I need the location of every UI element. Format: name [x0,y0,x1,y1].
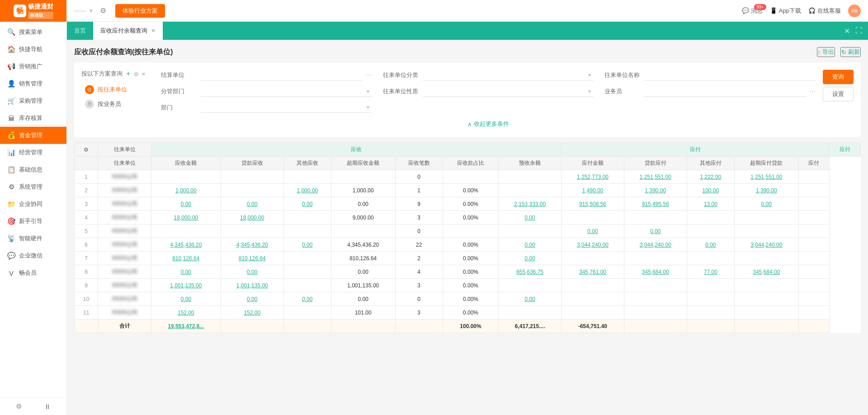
table-cell[interactable]: 4,345,436.20 [151,238,221,252]
select-dept-manager[interactable]: ▾ [201,86,372,97]
sidebar-item-sales[interactable]: 👤 销售管理 [0,75,66,92]
sidebar-item-cooperation[interactable]: 📁 企业协同 [0,196,66,213]
scheme-by-partner[interactable]: 往 按往来单位 [81,83,154,96]
filter-add-icon[interactable]: + [126,70,130,78]
table-cell[interactable]: 3,044,240.00 [734,238,798,252]
table-cell[interactable] [687,252,734,265]
table-cell[interactable] [734,252,798,265]
table-cell[interactable] [221,224,283,238]
settings-bottom-icon[interactable]: ⚙ [16,402,22,410]
table-cell[interactable] [624,279,687,292]
table-cell[interactable]: 13.00 [687,197,734,211]
table-cell[interactable]: 0.00 [561,224,624,238]
table-cell[interactable]: 1,490.00 [561,184,624,197]
table-cell[interactable]: 0.00 [283,197,331,211]
table-cell[interactable]: 0.00 [499,292,561,306]
tab-arap[interactable]: 应收应付余额查询 ✕ [93,22,163,40]
table-cell[interactable] [687,306,734,320]
table-cell[interactable]: 1,001,135.00 [221,279,283,292]
table-cell[interactable] [734,224,798,238]
table-cell[interactable] [734,211,798,224]
salesperson-ellipsis-icon[interactable]: ··· [810,87,816,95]
table-cell[interactable] [283,252,331,265]
sidebar-item-member[interactable]: V 畅会员 [0,264,66,281]
table-cell[interactable]: 3,044,240.00 [561,238,624,252]
table-cell[interactable] [734,279,798,292]
table-cell[interactable]: 18,000.00 [151,211,221,224]
table-cell[interactable] [624,306,687,320]
table-cell[interactable] [499,306,561,320]
table-cell[interactable]: 915,495.56 [624,197,687,211]
table-cell[interactable]: 2,153,333.00 [499,197,561,211]
sidebar-item-purchase[interactable]: 🛒 采购管理 [0,92,66,110]
table-cell[interactable] [734,306,798,320]
table-cell[interactable] [561,252,624,265]
table-cell[interactable]: 0.00 [221,265,283,279]
table-cell[interactable] [283,211,331,224]
table-cell[interactable] [561,292,624,306]
filter-collapse-icon[interactable]: « [142,71,145,77]
sidebar-item-inventory[interactable]: 🏛 库存核算 [0,110,66,127]
table-cell[interactable]: 1,001,135.00 [151,279,221,292]
scheme-by-salesperson[interactable]: 员 按业务员 [81,98,154,110]
app-download-button[interactable]: 📱 App下载 [770,7,801,15]
select-department[interactable]: ▾ [201,102,372,113]
table-cell[interactable]: 345,684.00 [734,265,798,279]
table-cell[interactable]: 1,390.00 [624,184,687,197]
table-cell[interactable] [151,170,221,184]
table-cell[interactable]: 1,000.00 [151,184,221,197]
settlement-unit-ellipsis-icon[interactable]: ··· [366,71,372,79]
table-cell[interactable]: 0.00 [499,211,561,224]
table-cell[interactable]: 810,126.64 [221,252,283,265]
table-cell[interactable] [283,170,331,184]
table-cell[interactable] [687,224,734,238]
select-unit-nature[interactable]: ▾ [423,86,594,97]
table-cell[interactable]: 0.00 [283,238,331,252]
table-cell[interactable]: 1,390.00 [734,184,798,197]
table-cell[interactable] [151,224,221,238]
user-menu[interactable]: Rit [848,5,861,17]
sidebar-item-wechat[interactable]: 💬 企业微信 [0,247,66,264]
table-cell[interactable]: 77.00 [687,265,734,279]
sidebar-item-quicknav[interactable]: 🏠 快捷导航 [0,41,66,58]
table-cell[interactable]: 100.00 [687,184,734,197]
table-cell[interactable]: 0.00 [221,292,283,306]
input-salesperson[interactable] [644,86,806,97]
table-cell[interactable] [221,170,283,184]
table-cell[interactable]: 655,636.75 [499,265,561,279]
table-cell[interactable] [561,211,624,224]
export-button[interactable]: ↑ 导出 [817,47,835,57]
table-cell[interactable]: 1,251,551.00 [734,170,798,184]
table-cell[interactable]: 0.00 [151,197,221,211]
select-unit-category[interactable]: ▾ [423,70,594,81]
table-cell[interactable] [499,224,561,238]
table-cell[interactable] [283,279,331,292]
table-cell[interactable] [624,211,687,224]
message-button[interactable]: 💬 消息 99+ [742,7,763,15]
table-cell[interactable]: 0.00 [499,252,561,265]
table-cell[interactable]: 0.00 [687,238,734,252]
table-cell[interactable] [499,279,561,292]
table-cell[interactable]: 152.00 [221,306,283,320]
table-cell[interactable] [687,292,734,306]
table-cell[interactable] [561,306,624,320]
query-button[interactable]: 查询 [823,70,854,84]
th-settings[interactable]: ⚙ [75,143,98,157]
collapse-icon[interactable]: ⏸ [44,403,51,410]
table-cell[interactable] [283,306,331,320]
table-cell[interactable]: 3,044,240.00 [624,238,687,252]
table-cell[interactable]: 152.00 [151,306,221,320]
sidebar-item-search[interactable]: 🔍 搜索菜单 [0,24,66,41]
table-cell[interactable] [499,170,561,184]
table-cell[interactable]: 345,684.00 [624,265,687,279]
table-cell[interactable]: 1,252,773.00 [561,170,624,184]
sidebar-item-marketing[interactable]: 📢 营销推广 [0,58,66,75]
table-cell[interactable] [221,184,283,197]
table-cell[interactable] [283,265,331,279]
table-cell[interactable]: 4,345,436.20 [221,238,283,252]
sidebar-item-hardware[interactable]: 📡 智能硬件 [0,230,66,247]
table-cell[interactable]: 915,508.56 [561,197,624,211]
settings-button[interactable]: 设置 [823,87,854,101]
sidebar-item-operations[interactable]: 📊 经营管理 [0,144,66,161]
sidebar-item-finance[interactable]: 💰 资金管理 [0,127,66,144]
